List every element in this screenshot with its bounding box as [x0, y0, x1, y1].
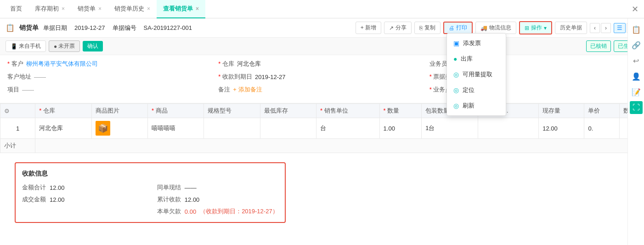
print-icon: 🖨: [449, 25, 454, 31]
sidebar-icon-5[interactable]: 📝: [630, 85, 643, 98]
invoice-icon: ▣: [453, 40, 459, 47]
row-no: 1: [0, 118, 35, 139]
warehouse-value: 河北仓库: [237, 60, 261, 68]
payment-date-label: 收款到期日: [218, 73, 252, 81]
payment-container: 收款信息 金额合计 12.00 同单现结 —— 成交金额 12.00 累计收款 …: [0, 153, 644, 232]
date-value: 2019-12-27: [74, 24, 105, 31]
cumulative-value: 12.00: [185, 196, 200, 203]
data-table: ⚙ * 仓库 商品图片 * 商品 规格型号 最低库存 * 销售单位 * 数量 包…: [0, 103, 644, 153]
operations-button[interactable]: ⊞ 操作 ▾: [519, 21, 552, 34]
row-packqty: 1台: [422, 118, 478, 139]
doc-icon: 📋: [6, 23, 15, 32]
prev-arrow[interactable]: ‹: [590, 23, 600, 33]
number-label: 单据编号: [113, 24, 136, 32]
tab-inventory-init[interactable]: 库存期初 ×: [28, 0, 71, 18]
window-close-icon[interactable]: ✕: [632, 4, 638, 14]
phone-button[interactable]: 📱 来自手机: [6, 40, 46, 52]
form-row-1: 客户 柳州粤港平安气体有限公司 仓库 河北仓库 业务员 演示账号: [7, 60, 637, 68]
table-subtotal-row: 小计: [0, 139, 644, 153]
refresh-label: 刷新: [463, 102, 475, 110]
phone-icon: 📱: [11, 43, 17, 50]
payment-date-field: 收款到期日 2019-12-27: [218, 73, 425, 81]
close-tab-sales-history[interactable]: ×: [147, 6, 150, 12]
close-tab-sales[interactable]: ×: [98, 6, 102, 12]
form-row-2: 客户地址 —— 收款到期日 2019-12-27 票据类型 不开票: [7, 73, 637, 81]
logistics-button[interactable]: 🚚 物流信息: [475, 22, 516, 34]
dropdown-item-add-invoice[interactable]: ▣ 添发票: [447, 35, 506, 51]
share-button[interactable]: ↗ 分享: [384, 22, 412, 34]
customer-value[interactable]: 柳州粤港平安气体有限公司: [26, 60, 98, 68]
row-unit-price: 0.: [584, 118, 619, 139]
th-qty: * 数量: [379, 104, 422, 118]
history-button[interactable]: 历史单据: [555, 22, 587, 34]
add-invoice-label: 添发票: [463, 39, 481, 47]
canceled-badge: 已核销: [586, 40, 611, 52]
dropdown-item-refresh[interactable]: ◎ 刷新: [447, 98, 506, 114]
confirm-button[interactable]: 确认: [83, 41, 103, 51]
table-row: 1 河北仓库 📦 嘻嘻嘻嘻 台 1.00 1台 12.00 0.: [0, 118, 644, 139]
dropdown-item-extract[interactable]: ◎ 可用量提取: [447, 67, 506, 82]
outbound-icon: ●: [453, 55, 457, 63]
sidebar-icon-3[interactable]: ↩: [630, 54, 643, 67]
not-open-ticket-button[interactable]: ● 未开票: [49, 40, 80, 52]
sidebar-icon-4[interactable]: 👤: [630, 70, 643, 83]
total-amount-row: 金额合计 12.00: [22, 183, 143, 192]
doc-meta: 单据日期 2019-12-27 单据编号 SA-20191227-001: [43, 24, 192, 32]
locate-icon: ◎: [453, 86, 459, 94]
th-unit: * 销售单位: [316, 104, 379, 118]
row-available: [478, 118, 539, 139]
dropdown-item-locate[interactable]: ◎ 定位: [447, 82, 506, 98]
address-value: ——: [34, 74, 46, 80]
refresh-icon: ◎: [453, 102, 459, 109]
tab-sales-history[interactable]: 销货单历史 ×: [108, 0, 157, 18]
new-button[interactable]: + 新增: [356, 22, 381, 34]
payment-date-value: 2019-12-27: [255, 74, 286, 80]
warehouse-label: 仓库: [218, 60, 234, 68]
transaction-label: 成交金额: [22, 195, 46, 204]
print-button[interactable]: 🖨 打印: [443, 22, 473, 34]
extract-label: 可用量提取: [463, 70, 492, 79]
next-arrow[interactable]: ›: [601, 23, 611, 33]
gear-icon[interactable]: ⚙: [4, 108, 10, 114]
doc-toolbar: 📋 销货单 单据日期 2019-12-27 单据编号 SA-20191227-0…: [0, 18, 644, 38]
date-label: 单据日期: [43, 24, 67, 32]
list-view-btn[interactable]: ☰: [614, 23, 626, 33]
dropdown-arrow: ▾: [544, 25, 547, 31]
number-value: SA-20191227-001: [144, 24, 192, 31]
th-warehouse: * 仓库: [35, 104, 91, 118]
sidebar-icon-2[interactable]: 🔗: [630, 39, 643, 51]
tab-view-sales[interactable]: 查看销货单 ×: [157, 0, 205, 18]
table-section: ⚙ * 仓库 商品图片 * 商品 规格型号 最低库存 * 销售单位 * 数量 包…: [0, 103, 644, 153]
cumulative-row: 累计收款 12.00: [157, 195, 278, 204]
nav-arrows: ‹ ›: [590, 23, 611, 33]
sidebar-icon-1[interactable]: 📋: [630, 23, 643, 36]
share-icon: ↗: [389, 25, 394, 31]
th-unit-price: 单价: [584, 104, 619, 118]
close-tab-view-sales[interactable]: ×: [196, 6, 199, 12]
payment-section: 收款信息 金额合计 12.00 同单现结 —— 成交金额 12.00 累计收款 …: [15, 162, 286, 223]
add-note-button[interactable]: + 添加备注: [233, 85, 262, 94]
doc-title-area: 📋 销货单 单据日期 2019-12-27 单据编号 SA-20191227-0…: [6, 23, 352, 32]
tab-bar: 首页 库存期初 × 销货单 × 销货单历史 × 查看销货单 × ✕: [0, 0, 644, 18]
payment-grid: 金额合计 12.00 同单现结 —— 成交金额 12.00 累计收款 12.00: [22, 183, 278, 216]
operations-dropdown: ▣ 添发票 ● 出库 ◎ 可用量提取 ◎ 定位 ◎ 刷新: [446, 33, 506, 116]
grid-icon: ⊞: [525, 25, 529, 31]
tab-home[interactable]: 首页: [4, 0, 28, 18]
sidebar-icon-expand[interactable]: ⛶: [630, 101, 643, 114]
tab-sales-order[interactable]: 销货单 ×: [71, 0, 108, 18]
address-field: 客户地址 ——: [7, 73, 215, 81]
th-spec: 规格型号: [204, 104, 260, 118]
copy-icon: ⎘: [419, 25, 423, 31]
ticket-icon: ●: [54, 43, 57, 50]
copy-button[interactable]: ⎘ 复制: [414, 22, 441, 34]
form-section: 客户 柳州粤港平安气体有限公司 仓库 河北仓库 业务员 演示账号 客户地址 ——…: [0, 55, 644, 103]
employee-label: 业务员: [429, 60, 447, 68]
customer-label: 客户: [7, 60, 23, 68]
arrears-row: 本单欠款 0.00 （收款到期日：2019-12-27）: [157, 207, 278, 216]
th-image: 商品图片: [91, 104, 147, 118]
settlement-value: ——: [185, 184, 197, 191]
form-row-3: 项目 —— 备注 + 添加备注 业务员孟 ——: [7, 85, 637, 94]
transaction-value: 12.00: [50, 196, 65, 203]
dropdown-item-outbound[interactable]: ● 出库: [447, 51, 506, 67]
close-tab-inventory[interactable]: ×: [62, 6, 65, 12]
